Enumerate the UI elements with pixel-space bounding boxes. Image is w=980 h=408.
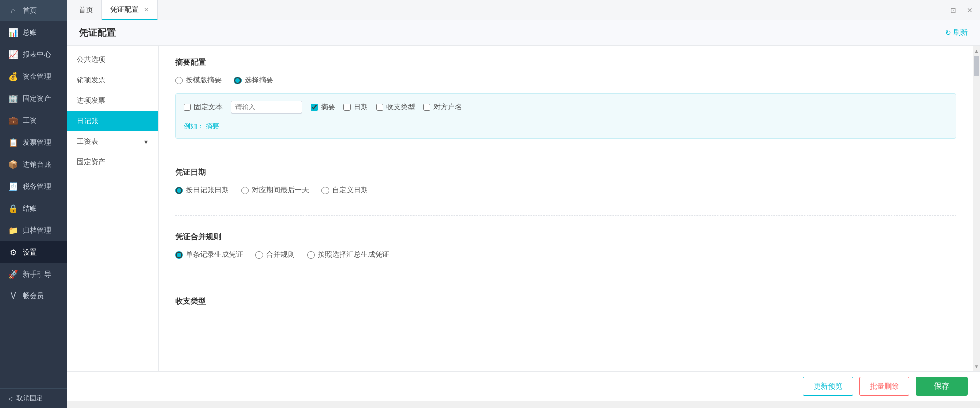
right-content: 摘要配置 按模版摘要 选择摘要 固定文本 [159,46,973,371]
fixed-text-checkbox[interactable] [184,104,191,111]
summary-options-box: 固定文本 摘要 日期 收支类型 [175,93,956,139]
date-radio-group: 按日记账日期 对应期间最后一天 自定义日期 [175,186,956,195]
sidebar-item-label-ledger: 总账 [23,28,37,37]
page-header: 凭证配置 ↻ 刷新 [67,20,980,46]
sidebar-item-label-settings: 设置 [23,248,37,257]
guide-icon: 🚀 [8,269,18,279]
summary-select-radio-label[interactable]: 选择摘要 [234,76,273,85]
ledger-icon: 📊 [8,28,18,37]
sidebar-item-guide[interactable]: 🚀 新手引导 [0,263,67,285]
tab-voucher-config[interactable]: 凭证配置 ✕ [102,0,158,20]
sidebar-item-label-assets: 固定资产 [23,94,51,103]
custom-date-radio[interactable] [321,187,329,194]
sidebar-item-vip[interactable]: V 畅会员 [0,285,67,307]
sidebar-item-home[interactable]: ⌂ 首页 [0,0,67,21]
assets-icon: 🏢 [8,94,18,103]
income-type-checkbox-label[interactable]: 收支类型 [376,103,415,112]
scroll-up-button[interactable]: ▲ [973,46,980,56]
tab-voucher-label: 凭证配置 [110,5,139,14]
left-nav-label-journal: 日记账 [77,117,98,126]
left-nav-item-sales-invoice[interactable]: 销项发票 [67,70,158,90]
left-nav-label-sales-invoice: 销项发票 [77,76,105,85]
fixed-text-input[interactable] [231,101,302,114]
sidebar-item-tax[interactable]: 🧾 税务管理 [0,175,67,197]
left-nav-item-public[interactable]: 公共选项 [67,50,158,70]
window-close-button[interactable]: ✕ [964,4,976,16]
select-merge-radio[interactable] [307,251,315,259]
sidebar-item-archive[interactable]: 📁 归档管理 [0,219,67,241]
summary-checkbox[interactable] [311,104,318,111]
scroll-track [973,56,980,361]
pin-icon: ◁ [8,395,13,402]
tab-home[interactable]: 首页 [71,0,102,20]
sidebar-item-reports[interactable]: 📈 报表中心 [0,43,67,65]
save-button[interactable]: 保存 [916,377,968,396]
summary-select-radio[interactable] [234,77,242,84]
scroll-down-button[interactable]: ▼ [973,361,980,371]
sidebar-item-label-home: 首页 [23,6,37,15]
example-text: 例如： 摘要 [184,122,219,130]
sidebar-unpin-button[interactable]: ◁ 取消固定 [0,388,67,408]
single-record-radio[interactable] [175,251,183,259]
tab-close-icon[interactable]: ✕ [144,6,149,13]
sidebar-item-label-close: 结账 [23,204,37,213]
select-merge-radio-label[interactable]: 按照选择汇总生成凭证 [307,250,389,259]
sidebar-item-ledger[interactable]: 📊 总账 [0,21,67,43]
date-checkbox-label[interactable]: 日期 [343,103,368,112]
sidebar-item-sales[interactable]: 📦 进销台账 [0,153,67,175]
summary-section-title: 摘要配置 [175,58,956,67]
journal-date-radio-label[interactable]: 按日记账日期 [175,186,229,195]
content-area: 公共选项 销项发票 进项发票 日记账 工资表 ▾ 固定资产 摘要配置 [67,46,980,371]
single-record-radio-label[interactable]: 单条记录生成凭证 [175,250,243,259]
scroll-thumb[interactable] [974,56,979,76]
batch-delete-button[interactable]: 批量删除 [859,377,909,396]
bottom-action-bar: 更新预览 批量删除 保存 [67,371,980,401]
merge-rule-radio-label[interactable]: 合并规则 [255,250,295,259]
date-checkbox[interactable] [343,104,351,111]
refresh-icon: ↻ [945,29,951,37]
left-nav-item-journal[interactable]: 日记账 [67,111,158,131]
tab-bar: 首页 凭证配置 ✕ ⊡ ✕ [67,0,980,20]
funds-icon: 💰 [8,72,18,81]
summary-template-radio-label[interactable]: 按模版摘要 [175,76,222,85]
sidebar-item-close[interactable]: 🔒 结账 [0,197,67,219]
main-area: 首页 凭证配置 ✕ ⊡ ✕ 凭证配置 ↻ 刷新 公共选项 销项发票 进项发票 [67,0,980,408]
left-nav-item-payroll-table[interactable]: 工资表 ▾ [67,131,158,152]
sidebar-item-label-guide: 新手引导 [23,270,51,279]
sidebar-item-label-invoice: 发票管理 [23,138,51,147]
sidebar-item-payroll[interactable]: 💼 工资 [0,109,67,131]
sidebar: ⌂ 首页 📊 总账 📈 报表中心 💰 资金管理 🏢 固定资产 💼 工资 📋 发票… [0,0,67,408]
refresh-button[interactable]: ↻ 刷新 [945,28,968,37]
merge-rule-radio[interactable] [255,251,263,259]
merge-section-title: 凭证合并规则 [175,232,956,242]
summary-checkbox-label[interactable]: 摘要 [311,103,335,112]
left-nav-item-purchase-invoice[interactable]: 进项发票 [67,90,158,111]
fixed-text-checkbox-label[interactable]: 固定文本 [184,103,223,112]
settings-icon: ⚙ [8,247,18,257]
sidebar-item-label-payroll: 工资 [23,116,37,125]
left-nav-label-fixed-assets: 固定资产 [77,157,105,167]
vertical-scrollbar[interactable]: ▲ ▼ [973,46,980,371]
window-restore-button[interactable]: ⊡ [947,4,960,16]
expand-arrow-icon: ▾ [144,138,148,146]
reports-icon: 📈 [8,50,18,59]
horizontal-scrollbar[interactable] [67,401,980,408]
sidebar-item-funds[interactable]: 💰 资金管理 [0,65,67,87]
last-day-radio-label[interactable]: 对应期间最后一天 [241,186,309,195]
sidebar-item-assets[interactable]: 🏢 固定资产 [0,87,67,109]
last-day-radio[interactable] [241,187,249,194]
custom-date-radio-label[interactable]: 自定义日期 [321,186,368,195]
journal-date-radio[interactable] [175,187,183,194]
counterpart-checkbox-label[interactable]: 对方户名 [423,103,462,112]
income-type-checkbox[interactable] [376,104,383,111]
sidebar-item-invoice[interactable]: 📋 发票管理 [0,131,67,153]
update-preview-button[interactable]: 更新预览 [803,377,853,396]
summary-template-radio[interactable] [175,77,183,84]
income-type-section: 收支类型 [175,297,956,327]
sidebar-item-label-sales: 进销台账 [23,160,51,169]
sidebar-item-settings[interactable]: ⚙ 设置 [0,241,67,263]
left-nav-item-fixed-assets[interactable]: 固定资产 [67,152,158,172]
counterpart-checkbox[interactable] [423,104,430,111]
sales-icon: 📦 [8,160,18,169]
tab-window-actions: ⊡ ✕ [947,4,976,16]
